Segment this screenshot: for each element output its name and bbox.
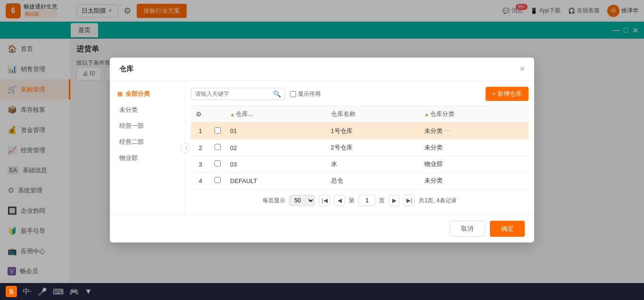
disabled-checkbox[interactable] [290,91,296,97]
row-num: 2 [191,140,210,156]
th-checkbox [210,106,225,123]
row-name: 1号仓库 [326,123,420,140]
row-category: 未分类 [420,140,528,156]
dialog-categories: ⊞ 全部分类 未分类 经营一部 经营二部 物业部 《 [110,81,185,215]
prev-page-btn[interactable]: ◀ [334,195,345,206]
cancel-button[interactable]: 取消 [449,221,485,237]
row-num: 1 [191,123,210,140]
th-settings[interactable]: ⚙ [191,106,210,123]
taskbar-more-icon[interactable]: ▼ [84,287,92,296]
taskbar-brand: S [6,286,17,297]
row-code: 02 [225,140,326,156]
dialog-body: ⊞ 全部分类 未分类 经营一部 经营二部 物业部 《 🔍 [110,81,534,215]
dialog-overlay: 仓库 × ⊞ 全部分类 未分类 经营一部 经营二部 物业部 《 [0,0,644,300]
row-checkbox[interactable] [210,156,225,173]
cat-item-dept1[interactable]: 经营一部 [110,118,185,134]
sort-icon-cat: ▲ [424,112,429,117]
brand-s-icon: S [6,286,17,297]
search-box: 🔍 [191,88,285,100]
dialog-title: 仓库 [119,65,133,74]
dialog-header: 仓库 × [110,58,534,81]
taskbar-lang-icon[interactable]: 中· [23,287,32,297]
row-checkbox[interactable] [210,173,225,189]
all-categories-header[interactable]: ⊞ 全部分类 [110,86,185,102]
row-name: 总仓 [326,173,420,189]
row-category: 未分类 ··· [420,123,528,140]
th-warehouse-name: 仓库名称 [326,106,420,123]
row-num: 4 [191,173,210,189]
table-container: ⚙ ▲仓库... 仓库名称 ▲仓库分类 [191,106,528,189]
taskbar-keyboard-icon[interactable]: ⌨ [53,287,64,296]
grid-icon: ⊞ [117,91,123,98]
add-warehouse-button[interactable]: + 新增仓库 [486,87,528,101]
taskbar: S 中· 🎤 ⌨ 🎮 ▼ [0,283,644,300]
search-input[interactable] [195,91,273,97]
last-page-btn[interactable]: ▶| [404,195,415,206]
gear-col-icon: ⚙ [196,110,202,118]
show-disabled-label: 显示停用 [298,90,321,98]
row-category: 未分类 [420,173,528,189]
collapse-icon: 《 [183,145,188,151]
warehouse-table: ⚙ ▲仓库... 仓库名称 ▲仓库分类 [191,106,528,189]
th-warehouse-code[interactable]: ▲仓库... [225,106,326,123]
dialog-right-panel: 🔍 显示停用 + 新增仓库 ⚙ [185,81,534,215]
dialog-close-button[interactable]: × [520,64,525,74]
row-name: 水 [326,156,420,173]
dialog-footer: 取消 确定 [110,215,534,242]
row-code: 03 [225,156,326,173]
cat-item-dept2[interactable]: 经营二部 [110,134,185,150]
per-page-select[interactable]: 50 10 20 100 [289,195,315,206]
row-code: 01 [225,123,326,140]
next-page-btn[interactable]: ▶ [388,195,400,206]
taskbar-mic-icon[interactable]: 🎤 [38,287,47,296]
taskbar-controller-icon[interactable]: 🎮 [69,287,79,296]
pagination: 每页显示 50 10 20 100 |◀ ◀ 第 页 ▶ ▶| 共1页, 4条记… [191,189,528,209]
cat-item-unclassified[interactable]: 未分类 [110,102,185,118]
show-disabled-checkbox[interactable]: 显示停用 [290,90,321,98]
all-categories-label: 全部分类 [125,90,150,98]
row-more-icon[interactable]: ··· [445,126,451,134]
cat-item-property[interactable]: 物业部 [110,150,185,166]
page-label: 第 [349,197,355,205]
warehouse-dialog: 仓库 × ⊞ 全部分类 未分类 经营一部 经营二部 物业部 《 [110,58,534,242]
first-page-btn[interactable]: |◀ [319,195,330,206]
table-header: ⚙ ▲仓库... 仓库名称 ▲仓库分类 [191,106,528,123]
page-number-input[interactable] [358,195,375,206]
table-row[interactable]: 2 02 2号仓库 未分类 [191,140,528,156]
table-body: 1 01 1号仓库 未分类 ··· 2 02 2号仓库 [191,123,528,189]
page-suffix: 页 [379,197,385,205]
search-icon[interactable]: 🔍 [273,90,281,98]
confirm-button[interactable]: 确定 [490,221,525,237]
row-num: 3 [191,156,210,173]
collapse-button[interactable]: 《 [180,143,190,153]
row-category: 物业部 [420,156,528,173]
total-info: 共1页, 4条记录 [419,197,456,205]
per-page-label: 每页显示 [263,197,285,205]
table-row[interactable]: 3 03 水 物业部 [191,156,528,173]
sort-icon-code: ▲ [230,112,235,117]
table-row[interactable]: 1 01 1号仓库 未分类 ··· [191,123,528,140]
row-code: DEFAULT [225,173,326,189]
row-name: 2号仓库 [326,140,420,156]
row-checkbox[interactable] [210,140,225,156]
row-checkbox[interactable] [210,123,225,140]
dialog-toolbar: 🔍 显示停用 + 新增仓库 [191,87,528,101]
th-warehouse-category[interactable]: ▲仓库分类 [420,106,528,123]
table-row[interactable]: 4 DEFAULT 总仓 未分类 [191,173,528,189]
